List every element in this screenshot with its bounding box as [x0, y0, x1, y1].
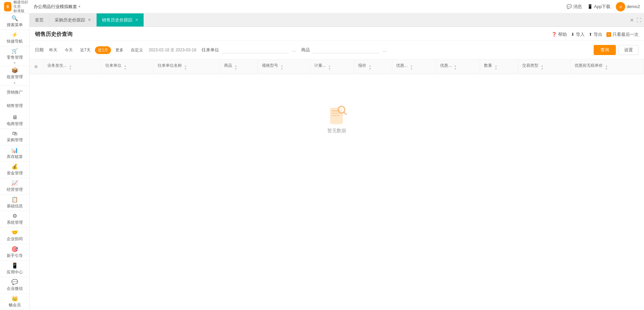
chevron-down-icon: ▾ [14, 61, 15, 65]
sidebar-item-finance[interactable]: 💰 资金管理 [0, 162, 29, 178]
partner-input[interactable] [222, 47, 289, 53]
app-center-icon: 📱 [11, 262, 18, 269]
search-icon: 🔍 [11, 15, 18, 21]
svg-point-7 [339, 108, 343, 112]
svg-rect-3 [331, 113, 339, 114]
help-icon: ❓ [551, 32, 557, 37]
sidebar-item-label: 系统管理 [7, 220, 23, 225]
avatar: d [616, 2, 625, 11]
operations-icon: 📈 [11, 180, 18, 186]
sidebar-item-label: 零售管理 [7, 55, 23, 60]
sidebar-item-basic-info[interactable]: 📋 基础信息 [0, 195, 29, 211]
table-header-unit[interactable]: 计量... ▲ ▼ [310, 59, 354, 74]
sidebar-item-new-guide[interactable]: 🎯 新手引导 [0, 244, 29, 260]
date-filter-group: 日期 昨天 今天 近7天 近1月 更多 自定义 2023-02-18 至 202… [35, 46, 196, 54]
sidebar-item-operations[interactable]: 📈 经营管理 [0, 178, 29, 195]
tab-bar: 首页 采购历史价跟踪 ✕ 销售历史价跟踪 ✕ ✕ ⛶ [30, 13, 644, 27]
product-dots[interactable]: ... [382, 47, 387, 53]
logo-icon: 6 [4, 2, 11, 11]
sort-arrows: ▲ ▼ [234, 65, 237, 70]
table-header-biz-date[interactable]: 业务发生... ▲ ▼ [43, 59, 101, 74]
date-btn-yesterday[interactable]: 昨天 [46, 46, 60, 54]
sidebar: 🔍 搜索菜单 ⚡ 快捷导航 🛒 零售管理 ▾ 📦 批发管理 ▴ 营销推广 销售管… [0, 13, 30, 310]
sidebar-item-label: 电商管理 [7, 121, 23, 127]
sidebar-item-ecommerce[interactable]: 🖥 电商管理 [0, 113, 29, 129]
workspace-selector[interactable]: 办公用品行业模拟账套 ▾ [34, 4, 564, 10]
date-btn-more[interactable]: 更多 [112, 46, 126, 54]
sidebar-item-app-center[interactable]: 📱 应用中心 [0, 261, 29, 277]
table-header-pre-tax[interactable]: 优惠前无税单价 ▲ ▼ [570, 59, 644, 74]
sort-arrows: ▲ ▼ [184, 65, 187, 70]
date-btn-custom[interactable]: 自定义 [128, 46, 146, 54]
export-icon: ⬆ [589, 32, 592, 37]
message-button[interactable]: 💬 消息 [567, 4, 582, 10]
tab-sales-history[interactable]: 销售历史价跟踪 ✕ [97, 13, 144, 27]
sidebar-item-label: 基础信息 [7, 203, 23, 209]
app-download-button[interactable]: 📱 App下载 [587, 4, 610, 10]
sidebar-item-retail-mgmt[interactable]: 🛒 零售管理 ▾ [0, 46, 29, 66]
product-input[interactable] [313, 47, 380, 53]
table-header-discount2[interactable]: 优惠... ▲ ▼ [436, 59, 480, 74]
home-tab-label: 首页 [35, 17, 44, 23]
sidebar-item-quick-nav[interactable]: ⚡ 快捷导航 [0, 30, 29, 46]
logo-text: 畅捷信好生意 标准版 [13, 0, 31, 13]
maximize-icon[interactable]: ⛶ [637, 17, 641, 23]
page-title: 销售历史价查询 [35, 31, 72, 38]
sort-arrows: ▲ ▼ [369, 65, 371, 70]
sidebar-item-enterprise-wechat[interactable]: 💬 企业微信 [0, 277, 29, 294]
sidebar-item-member[interactable]: 👑 畅会员 [0, 294, 29, 310]
sidebar-item-purchase-mgmt[interactable]: 🛍 采购管理 [0, 129, 29, 145]
top-bar: 6 畅捷信好生意 标准版 办公用品行业模拟账套 ▾ 💬 消息 📱 App下载 d… [0, 0, 644, 13]
sidebar-item-wholesale-mgmt[interactable]: 📦 批发管理 ▴ [0, 66, 29, 86]
import-button[interactable]: ⬇ 导入 [571, 32, 585, 38]
close-icon[interactable]: ✕ [135, 18, 138, 22]
table-header-quantity[interactable]: 数量 ▲ ▼ [480, 59, 518, 74]
query-button[interactable]: 查询 [594, 45, 616, 55]
table-header-trade-type[interactable]: 交易类型 ▲ ▼ [518, 59, 570, 74]
wholesale-icon: 📦 [11, 67, 18, 73]
date-btn-today[interactable]: 今天 [62, 46, 76, 54]
user-menu[interactable]: d demo2 [616, 2, 640, 11]
tab-home[interactable]: 首页 [30, 13, 49, 27]
svg-line-6 [344, 112, 346, 114]
tab-purchase-history[interactable]: 采购历史价跟踪 ✕ [49, 13, 97, 27]
main-layout: 🔍 搜索菜单 ⚡ 快捷导航 🛒 零售管理 ▾ 📦 批发管理 ▴ 营销推广 销售管… [0, 13, 644, 310]
sidebar-item-label: 经营管理 [7, 187, 23, 193]
table-header-product[interactable]: 商品 ▲ ▼ [220, 59, 258, 74]
close-window-icon[interactable]: ✕ [630, 17, 634, 23]
empty-state: 暂无数据 [30, 74, 644, 161]
sidebar-item-enterprise-collab[interactable]: 🤝 企业协同 [0, 227, 29, 244]
table-header-partner-name[interactable]: 往来单位名称 ▲ ▼ [153, 59, 220, 74]
table-header-partner-code[interactable]: 往来单位 ▲ ▼ [101, 59, 153, 74]
sidebar-item-inventory[interactable]: 📊 库存核算 [0, 145, 29, 162]
sidebar-item-system[interactable]: ⚙ 系统管理 [0, 211, 29, 227]
partner-dots[interactable]: ... [291, 47, 296, 53]
sidebar-item-label: 营销推广 [7, 90, 23, 95]
table-header-quote[interactable]: 报价 ▲ ▼ [354, 59, 392, 74]
sort-arrows: ▲ ▼ [328, 65, 331, 70]
date-btn-7days[interactable]: 近7天 [77, 46, 94, 54]
sidebar-item-sales-mgmt[interactable]: 销售管理 [0, 99, 29, 113]
wechat-icon: 💬 [11, 279, 18, 285]
export-button[interactable]: ⬆ 导出 [589, 32, 602, 38]
table-header-settings[interactable]: ⚙ [30, 59, 43, 74]
table-header-spec[interactable]: 规格型号 ▲ ▼ [258, 59, 310, 74]
checkbox-icon: ✓ [606, 32, 611, 37]
close-icon[interactable]: ✕ [88, 18, 91, 22]
help-button[interactable]: ❓ 帮助 [551, 32, 567, 38]
sidebar-item-label: 新手引导 [7, 253, 23, 259]
sort-arrows: ▲ ▼ [69, 65, 72, 70]
sidebar-item-marketing[interactable]: 营销推广 [0, 86, 29, 99]
sidebar-item-search-menu[interactable]: 🔍 搜索菜单 [0, 13, 29, 30]
gear-icon[interactable]: ⚙ [34, 64, 38, 69]
content-area: 首页 采购历史价跟踪 ✕ 销售历史价跟踪 ✕ ✕ ⛶ 销售历史价查询 [30, 13, 644, 310]
date-buttons: 昨天 今天 近7天 近1月 更多 自定义 [46, 46, 146, 54]
system-icon: ⚙ [12, 213, 17, 219]
sidebar-item-label: 企业协同 [7, 236, 23, 242]
quick-nav-icon: ⚡ [11, 32, 18, 38]
only-last-checkbox[interactable]: ✓ 只看最后一次 [606, 32, 639, 38]
settings-button[interactable]: 设置 [619, 45, 639, 55]
table-header-discount1[interactable]: 优惠... ▲ ▼ [392, 59, 436, 74]
sidebar-item-label: 销售管理 [7, 103, 23, 109]
date-btn-1month[interactable]: 近1月 [95, 46, 111, 54]
